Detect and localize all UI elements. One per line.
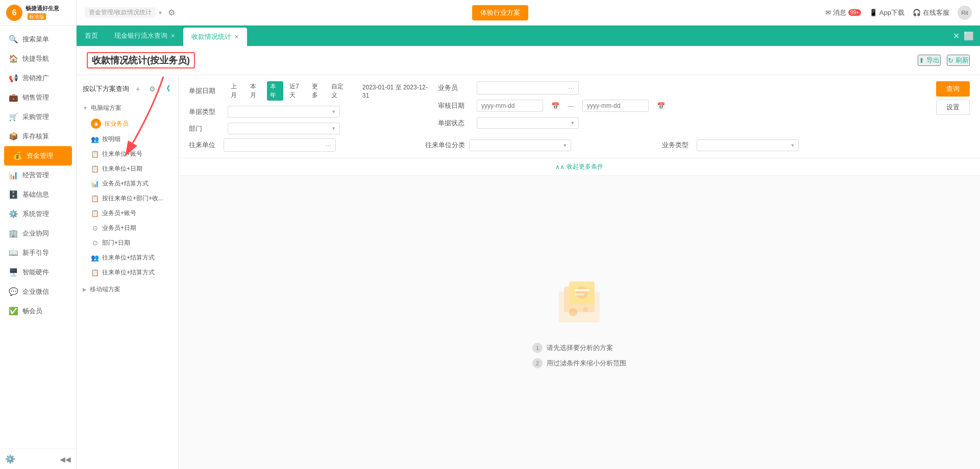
business-type-arrow: ▾ [791, 142, 794, 149]
scheme-item-by-salesperson[interactable]: ◉ 按业务员 [77, 115, 178, 132]
operations-icon: 📊 [8, 171, 18, 180]
sidebar-item-enterprise[interactable]: 🏢 企业协同 [0, 224, 76, 243]
doc-status-label: 单据状态 [438, 119, 469, 128]
sidebar-item-marketing[interactable]: 📢 营销推广 [0, 68, 76, 88]
add-scheme-btn[interactable]: + [132, 83, 143, 95]
detail-icon: 👥 [91, 135, 99, 144]
scheme-group-desktop-title[interactable]: ▼ 电脑端方案 [77, 101, 178, 115]
scheme-group-mobile-title[interactable]: ▶ 移动端方案 [77, 282, 178, 297]
tab-bank-flow[interactable]: 现金银行流水查询 ✕ [106, 26, 183, 46]
tab-home[interactable]: 首页 [77, 26, 106, 46]
doc-status-select[interactable]: ▾ [477, 117, 579, 129]
scheme-item-unit-settlement1[interactable]: 👥 往来单位+结算方式 [77, 250, 178, 265]
filter-row-salesperson: 业务员 ··· [438, 81, 677, 95]
settings-button[interactable]: 设置 [936, 100, 970, 115]
sidebar-item-operations[interactable]: 📊 经营管理 [0, 166, 76, 185]
date-range-text: 2023-01-01 至 2023-12-31 [362, 83, 428, 99]
sidebar-item-wechat[interactable]: 💬 企业微信 [0, 282, 76, 301]
dept-arrow: ▾ [332, 125, 335, 132]
sidebar-item-sales[interactable]: 💼 销售管理 [0, 88, 76, 107]
more-btn[interactable]: 更多 [309, 81, 325, 101]
business-type-select[interactable]: ▾ [697, 139, 799, 151]
unit-settle1-icon: 👥 [91, 254, 99, 262]
calendar-start-icon[interactable]: 📅 [551, 102, 559, 110]
this-month-btn[interactable]: 本月 [247, 81, 263, 101]
calendar-end-icon[interactable]: 📅 [657, 102, 665, 110]
sidebar-item-search[interactable]: 🔍 搜索菜单 [0, 30, 76, 49]
review-date-start[interactable] [477, 100, 543, 112]
scheme-item-salesperson-account[interactable]: 📋 业务员+账号 [77, 206, 178, 221]
sidebar-item-hardware[interactable]: 🖥️ 智能硬件 [0, 263, 76, 282]
sidebar-item-basic[interactable]: 🗄️ 基础信息 [0, 185, 76, 204]
app-download-item[interactable]: 📱 App下载 [869, 8, 904, 17]
footer-settings-icon[interactable]: ⚙️ [5, 454, 15, 464]
tab-bar: 首页 现金银行流水查询 ✕ 收款情况统计 ✕ ✕ ⬜ [77, 26, 980, 46]
user-avatar[interactable]: Rit [958, 6, 972, 20]
counterpart-category-select[interactable]: ▾ [469, 139, 571, 151]
refresh-button[interactable]: ↻ 刷新 [947, 55, 970, 66]
this-year-btn[interactable]: 本年 [267, 81, 283, 101]
scheme-item-unit-settlement2[interactable]: 📋 往来单位+结算方式 [77, 265, 178, 280]
header-left: 资金管理/收款情况统计 ▾ ⚙ [85, 7, 175, 18]
collapse-bar: ∧∧ 收起更多条件 [179, 158, 980, 176]
sidebar-item-guide[interactable]: 📖 新手引导 [0, 243, 76, 263]
counterpart-select[interactable]: ··· [224, 138, 336, 152]
empty-step-1: 1 请先选择要分析的方案 [532, 343, 626, 353]
sidebar-item-purchase[interactable]: 🛒 采购管理 [0, 107, 76, 127]
tab-collection-stats[interactable]: 收款情况统计 ✕ [183, 28, 247, 46]
trial-button[interactable]: 体验行业方案 [472, 5, 528, 20]
scheme-item-salesperson-date[interactable]: ⊙ 业务员+日期 [77, 221, 178, 236]
salesperson-dots[interactable]: ··· [568, 84, 574, 92]
settings-scheme-btn[interactable]: ⚙ [146, 83, 158, 95]
header-settings-icon[interactable]: ⚙ [168, 8, 175, 17]
empty-illustration [549, 271, 610, 333]
business-type-label: 业务类型 [662, 140, 693, 150]
breadcrumb: 资金管理/收款情况统计 ▾ [85, 7, 162, 18]
scheme-item-unit-date[interactable]: 📋 往来单位+日期 [77, 161, 178, 176]
inventory-icon: 📦 [8, 132, 18, 141]
active-item-icon: ◉ [91, 119, 101, 129]
main-content: 资金管理/收款情况统计 ▾ ⚙ 体验行业方案 ✉ 消息 99+ 📱 App下载 … [77, 0, 980, 469]
last-7days-btn[interactable]: 近7天 [286, 81, 306, 101]
footer-collapse-icon[interactable]: ◀◀ [60, 455, 71, 463]
filter-buttons: 查询 设置 [936, 81, 970, 115]
tab-collection-stats-close[interactable]: ✕ [234, 34, 239, 40]
sidebar-item-system[interactable]: ⚙️ 系统管理 [0, 204, 76, 224]
message-badge: 99+ [848, 9, 861, 16]
scheme-item-unit-dept-collection[interactable]: 📋 按往来单位+部门+收... [77, 191, 178, 206]
dept-label: 部门 [189, 124, 219, 133]
window-close-btn[interactable]: ✕ [953, 31, 960, 41]
salesperson-select[interactable]: ··· [477, 81, 579, 95]
filter-row-review-date: 审核日期 📅 — 📅 [438, 100, 677, 112]
counterpart-dots[interactable]: ··· [325, 141, 331, 149]
window-maximize-btn[interactable]: ⬜ [964, 31, 974, 41]
scheme-item-salesperson-settlement[interactable]: 📊 业务员+结算方式 [77, 176, 178, 191]
review-date-end[interactable] [582, 100, 649, 112]
step-num-2: 2 [532, 358, 543, 368]
sidebar-item-member[interactable]: ✅ 畅会员 [0, 301, 76, 321]
online-service-item[interactable]: 🎧 在线客服 [913, 8, 949, 17]
doc-type-select[interactable]: ▾ [228, 106, 340, 118]
custom-btn[interactable]: 自定义 [328, 81, 350, 101]
tab-bank-flow-label: 现金银行流水查询 [114, 31, 167, 40]
empty-step-2: 2 用过滤条件来缩小分析范围 [532, 358, 626, 368]
export-button[interactable]: ⬆ 导出 [918, 55, 941, 66]
scheme-item-unit-account[interactable]: 📋 往来单位+账号 [77, 147, 178, 161]
sidebar-item-quick-nav[interactable]: 🏠 快捷导航 [0, 49, 76, 68]
dept-date-icon: ⊙ [91, 239, 99, 247]
query-button[interactable]: 查询 [936, 81, 970, 97]
sidebar-item-finance[interactable]: 💰 资金管理 [4, 146, 72, 166]
scheme-item-by-detail[interactable]: 👥 按明细 [77, 132, 178, 147]
refresh-icon: ↻ [948, 57, 953, 64]
scheme-item-dept-date[interactable]: ⊙ 部门+日期 [77, 236, 178, 250]
dept-select[interactable]: ▾ [228, 123, 340, 134]
home-icon: 🏠 [8, 54, 18, 63]
sidebar-item-inventory[interactable]: 📦 库存核算 [0, 127, 76, 146]
tab-bank-flow-close[interactable]: ✕ [170, 33, 175, 39]
app-name: 畅捷通好生意 [26, 5, 59, 12]
message-item[interactable]: ✉ 消息 99+ [825, 8, 861, 17]
collapse-button[interactable]: ∧∧ 收起更多条件 [555, 162, 603, 171]
collapse-scheme-btn[interactable]: 《 [161, 83, 172, 95]
last-month-btn[interactable]: 上月 [228, 81, 244, 101]
svg-point-3 [576, 287, 588, 299]
